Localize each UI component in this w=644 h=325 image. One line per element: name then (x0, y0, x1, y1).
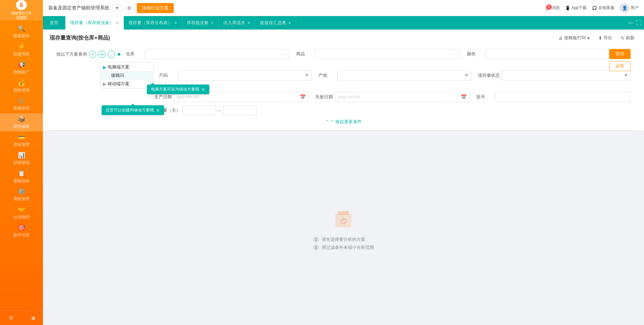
empty-state-icon (330, 206, 357, 232)
stock-status-select[interactable] (502, 70, 631, 80)
sidebar-item-basic[interactable]: 📋 基础信息 (0, 168, 43, 186)
origin-select[interactable] (337, 70, 471, 80)
sidebar-item-operation[interactable]: 📊 经营管理 (0, 150, 43, 168)
page-title-row: 现存量查询(按仓库+商品) 🖨 按模板打印 ▾ ⬆ 导出 ↻ 刷新 (50, 34, 637, 45)
tab-close-icon[interactable]: ✕ (211, 21, 214, 25)
sidebar-item-inventory[interactable]: 📦 库存核算 (0, 113, 43, 131)
batch-input[interactable] (495, 92, 631, 102)
tab-recv-send[interactable]: 收发存汇总表 ✕ (255, 16, 296, 30)
origin-label: 产地 (318, 72, 335, 78)
tab-home-label: 首页 (50, 20, 58, 26)
template-print-btn[interactable]: 🖨 按模板打印 ▾ (556, 34, 592, 42)
tab-expand-icon[interactable]: ⛶ (636, 20, 641, 26)
scheme-indicator (118, 53, 120, 56)
tab-inventory-status[interactable]: 现存量（库存状况表） ✕ (65, 16, 124, 30)
header-right: 💬 6 消息 📱 App下载 🎧 在线客服 👤 用户 (545, 3, 639, 13)
phone-icon: 📱 (565, 6, 570, 10)
filter-field-stock-qty: 现存量（主） — (154, 105, 257, 115)
tab-close-icon[interactable]: ✕ (288, 21, 291, 25)
message-badge: 6 (546, 4, 552, 10)
sidebar-item-sales[interactable]: 💰 销售管理 (0, 77, 43, 95)
sidebar-item-label: 新手引导 (13, 232, 30, 238)
export-btn[interactable]: ⬆ 导出 (596, 34, 615, 42)
expire-date-placeholder: yyyy-mm-dd (338, 95, 360, 99)
tab-minus-icon[interactable]: — (628, 20, 633, 26)
chevron-down-icon: ▾ (587, 36, 590, 41)
scheme-node-pc[interactable]: ▶ 电脑端方案 (100, 63, 153, 71)
logo-tag: 标准版 (16, 15, 28, 20)
settings-bottom-icon[interactable]: ⚙ (9, 315, 13, 321)
filter-field-origin: 产地 (318, 62, 471, 89)
inventory-icon: 📦 (18, 115, 25, 123)
tab-label: 收发存汇总表 (260, 20, 286, 26)
sidebar-item-quick[interactable]: ⚡ 快捷导航 (0, 41, 43, 59)
step-num-2: 2 (313, 245, 319, 251)
svg-rect-1 (338, 211, 349, 215)
tooltip2-text: 这里可以创建和修改方案哦 (106, 107, 154, 113)
tab-label: 出入库流水 (223, 20, 245, 26)
tab-close-icon[interactable]: ✕ (174, 21, 177, 25)
add-scheme-btn[interactable]: ＋ (89, 51, 96, 58)
tab-inout-flow[interactable]: 出入库流水 ✕ (219, 16, 255, 30)
empty-steps: 1 请先选择要分析的方案 2 用过滤条件来缩小分析范围 (313, 236, 374, 251)
ellipsis-icon: ··· (453, 51, 457, 57)
scheme-pc-label: 电脑端方案 (108, 64, 129, 70)
tab-batch-account[interactable]: 库存批次账 ✕ (182, 16, 219, 30)
query-btn[interactable]: 查询 (609, 49, 631, 59)
expand-icon: ▶ (103, 82, 106, 87)
tooltip-scheme-mobile: 电脑方案可设为移动方案哦 ✕ (147, 85, 209, 94)
system-dropdown-btn[interactable]: ▼ (112, 5, 122, 11)
collapse-sidebar-btn[interactable]: ◀ (31, 315, 35, 321)
settings-btn[interactable]: 设置 (609, 61, 631, 71)
sidebar-item-label: 销售管理 (13, 88, 30, 93)
logo-icon: 6 (16, 0, 27, 10)
tab-close-icon[interactable]: ✕ (116, 21, 119, 25)
tooltip-scheme-create: 这里可以创建和修改方案哦 ✕ (102, 105, 164, 115)
size-select[interactable] (178, 70, 312, 80)
tab-inventory-dist[interactable]: 现存量（库存分布表） ✕ (124, 16, 182, 30)
page-header: 现存量查询(按仓库+商品) 🖨 按模板打印 ▾ ⬆ 导出 ↻ 刷新 (43, 30, 644, 131)
refresh-btn[interactable]: ↻ 刷新 (618, 34, 637, 42)
online-service-btn[interactable]: 🎧 在线客服 (592, 5, 614, 11)
edit-scheme-btn[interactable]: ✏ (98, 51, 106, 58)
page-actions: 🖨 按模板打印 ▾ ⬆ 导出 ↻ 刷新 (556, 34, 637, 42)
size-label: 尺码 (159, 72, 176, 78)
stock-qty-max[interactable] (223, 105, 257, 115)
system-icon: ⚙️ (18, 188, 25, 195)
filter-scheme-label: 按以下方案查询 (56, 51, 87, 57)
calendar-icon: 📅 (300, 94, 306, 100)
sidebar-item-finance[interactable]: 💳 资金管理 (0, 131, 43, 150)
empty-state: 1 请先选择要分析的方案 2 用过滤条件来缩小分析范围 (43, 131, 644, 325)
content-area: 现存量查询(按仓库+商品) 🖨 按模板打印 ▾ ⬆ 导出 ↻ 刷新 (43, 30, 644, 325)
user-btn[interactable]: 👤 用户 (620, 3, 639, 13)
sidebar-item-search[interactable]: 🔍 搜索菜单 (0, 23, 43, 41)
sales-icon: 💰 (18, 79, 25, 87)
message-btn[interactable]: 💬 6 消息 (545, 5, 560, 11)
tab-home[interactable]: 首页 (43, 16, 65, 30)
sidebar-item-label: 营销推广 (13, 69, 30, 75)
filter-field-color: 颜色 (467, 49, 631, 59)
scheme-node-pc-sub[interactable]: 接顾问 (103, 72, 153, 79)
stock-qty-min[interactable] (182, 105, 216, 115)
filter-panel: 按以下方案查询 ＋ ✏ ← 仓库 ··· (50, 45, 637, 130)
header-settings-btn[interactable]: ⚙ (125, 3, 134, 13)
sidebar-item-label: 快捷导航 (13, 51, 30, 57)
tab-label: 现存量（库存状况表） (70, 20, 114, 26)
sidebar-item-system[interactable]: ⚙️ 系统管理 (0, 186, 43, 204)
app-download-btn[interactable]: 📱 App下载 (565, 5, 587, 11)
sidebar-item-purchase[interactable]: 🛒 采购管理 (0, 95, 43, 113)
sidebar-item-marketing[interactable]: 📢 营销推广 (0, 59, 43, 77)
tooltip2-close[interactable]: ✕ (156, 108, 160, 113)
arrow-left-btn[interactable]: ← (108, 51, 115, 58)
tooltip1-close[interactable]: ✕ (201, 87, 205, 92)
collapse-row[interactable]: ⌃ ⌃ 收起更多条件 (56, 117, 631, 126)
expire-date-label: 失效日期 (315, 94, 333, 100)
sidebar-item-coop[interactable]: 🤝 企业协同 (0, 204, 43, 222)
tab-bar-right: — ⛶ (628, 20, 644, 26)
scheme-node-mobile[interactable]: ▶ 移动端方案 (100, 79, 153, 88)
tab-close-icon[interactable]: ✕ (247, 21, 250, 25)
ellipsis-icon: ··· (283, 51, 287, 57)
expire-date-input[interactable]: yyyy-mm-dd 📅 (335, 92, 470, 102)
trial-btn[interactable]: 体验行业方案 (137, 3, 174, 13)
sidebar-item-guide[interactable]: 🎯 新手引导 (0, 222, 43, 240)
